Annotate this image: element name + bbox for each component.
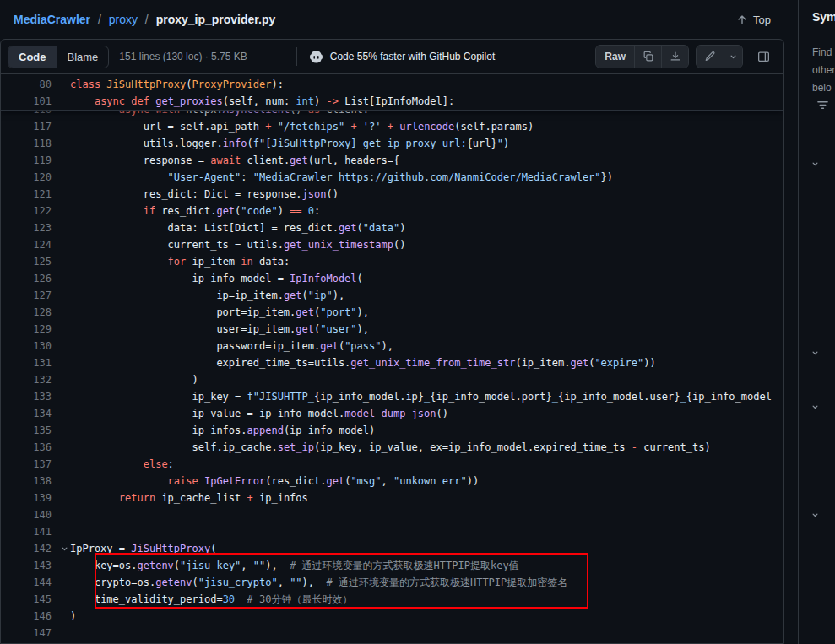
line-number[interactable]: 146 xyxy=(1,608,58,625)
line-number[interactable]: 132 xyxy=(1,371,58,388)
fold-gutter xyxy=(58,608,70,625)
copy-icon xyxy=(643,51,654,62)
line-number[interactable]: 133 xyxy=(1,388,58,405)
symbols-description-line: Find xyxy=(812,44,835,62)
edit-button[interactable] xyxy=(697,46,724,68)
chevron-down-icon[interactable] xyxy=(811,400,821,410)
fold-gutter xyxy=(58,405,70,422)
code-line: 134 ip_value = ip_info_model.model_dump_… xyxy=(1,405,783,422)
fold-gutter xyxy=(58,236,70,253)
tab-code[interactable]: Code xyxy=(8,46,57,68)
code-line: 120 "User-Agent": "MediaCrawler https://… xyxy=(1,169,783,186)
back-to-top-button[interactable]: Top xyxy=(736,14,771,26)
fold-gutter xyxy=(58,506,70,523)
line-number[interactable]: 144 xyxy=(1,574,58,591)
code-text: password=ip_item.get("pass"), xyxy=(70,338,783,354)
code-text: for ip_item in data: xyxy=(70,253,783,270)
line-number[interactable]: 140 xyxy=(1,506,58,523)
line-number[interactable]: 138 xyxy=(1,473,58,490)
code-line: 137 else: xyxy=(1,456,783,473)
line-number[interactable]: 121 xyxy=(1,186,58,203)
tab-blame[interactable]: Blame xyxy=(57,46,109,68)
line-number[interactable]: 135 xyxy=(1,422,58,439)
code-text: raise IpGetError(res_dict.get("msg", "un… xyxy=(70,473,783,490)
line-number[interactable]: 123 xyxy=(1,219,58,236)
code-text: time_validity_period=30 # 30分钟（最长时效） xyxy=(70,591,783,608)
line-number[interactable]: 117 xyxy=(1,118,58,135)
code-text: IpProxy = JiSuHttpProxy( xyxy=(70,540,783,557)
raw-button[interactable]: Raw xyxy=(596,46,634,68)
line-number[interactable]: 130 xyxy=(1,338,58,354)
code-line: 130 password=ip_item.get("pass"), xyxy=(1,338,783,354)
line-number[interactable]: 137 xyxy=(1,456,58,473)
line-number[interactable]: 142 xyxy=(1,540,58,557)
breadcrumb-file-name: proxy_ip_provider.py xyxy=(156,13,276,26)
line-number[interactable]: 147 xyxy=(1,625,58,641)
code-text: ip_value = ip_info_model.model_dump_json… xyxy=(70,405,783,422)
line-number[interactable]: 136 xyxy=(1,439,58,456)
line-number[interactable]: 129 xyxy=(1,321,58,338)
line-number[interactable]: 126 xyxy=(1,270,58,287)
code-content: 116 async with httpx.AsyncClient() as cl… xyxy=(1,74,783,641)
line-number[interactable]: 120 xyxy=(1,169,58,186)
chevron-down-icon[interactable] xyxy=(811,157,821,167)
code-panel: Code Blame 151 lines (130 loc) · 5.75 KB… xyxy=(0,39,784,644)
file-meta: 151 lines (130 loc) · 5.75 KB xyxy=(119,51,247,62)
code-line: 128 port=ip_item.get("port"), xyxy=(1,304,783,321)
fold-gutter xyxy=(58,422,70,439)
code-area: 116 async with httpx.AsyncClient() as cl… xyxy=(1,74,783,643)
line-number[interactable]: 101 xyxy=(1,93,58,110)
line-number[interactable]: 122 xyxy=(1,203,58,219)
line-number[interactable]: 127 xyxy=(1,287,58,304)
line-number[interactable]: 131 xyxy=(1,354,58,371)
code-text: url = self.api_path + "/fetchips" + '?' … xyxy=(70,118,783,135)
code-line: 147 xyxy=(1,625,783,641)
line-number[interactable]: 139 xyxy=(1,490,58,506)
filter-icon xyxy=(816,99,829,111)
fold-toggle-icon[interactable] xyxy=(58,540,70,557)
code-line: 145 time_validity_period=30 # 30分钟（最长时效） xyxy=(1,591,783,608)
code-text: ip_infos.append(ip_info_model) xyxy=(70,422,783,439)
code-text: ) xyxy=(70,608,783,625)
code-line: 131 expired_time_ts=utils.get_unix_time_… xyxy=(1,354,783,371)
code-line: 121 res_dict: Dict = response.json() xyxy=(1,186,783,203)
fold-gutter xyxy=(58,219,70,236)
fold-gutter xyxy=(58,439,70,456)
line-number[interactable]: 145 xyxy=(1,591,58,608)
chevron-down-icon[interactable] xyxy=(811,508,821,518)
fold-gutter xyxy=(58,354,70,371)
fold-gutter xyxy=(58,371,70,388)
breadcrumb-dir-link[interactable]: proxy xyxy=(109,13,138,26)
copy-button[interactable] xyxy=(634,46,661,68)
code-text: user=ip_item.get("user"), xyxy=(70,321,783,338)
code-text: current_ts = utils.get_unix_timestamp() xyxy=(70,236,783,253)
code-line: 101 async def get_proxies(self, num: int… xyxy=(1,93,783,110)
breadcrumb-repo-link[interactable]: MediaCrawler xyxy=(14,13,90,26)
fold-gutter xyxy=(58,169,70,186)
breadcrumb-separator: / xyxy=(98,13,101,26)
symbols-panel-toggle-button[interactable] xyxy=(750,46,777,68)
line-number[interactable]: 124 xyxy=(1,236,58,253)
code-line: 124 current_ts = utils.get_unix_timestam… xyxy=(1,236,783,253)
code-line: 129 user=ip_item.get("user"), xyxy=(1,321,783,338)
line-number[interactable]: 125 xyxy=(1,253,58,270)
sticky-lines: 80class JiSuHttpProxy(ProxyProvider):101… xyxy=(1,74,783,111)
main-column: MediaCrawler / proxy / proxy_ip_provider… xyxy=(0,0,784,644)
line-number[interactable]: 143 xyxy=(1,557,58,574)
code-text: key=os.getenv("jisu_key", ""), # 通过环境变量的… xyxy=(70,557,783,574)
line-number[interactable]: 134 xyxy=(1,405,58,422)
line-number[interactable]: 119 xyxy=(1,152,58,169)
code-text xyxy=(70,625,783,641)
edit-dropdown-button[interactable] xyxy=(724,46,742,68)
line-number[interactable]: 128 xyxy=(1,304,58,321)
code-text xyxy=(70,523,783,540)
line-number[interactable]: 80 xyxy=(1,76,58,93)
code-line: 80class JiSuHttpProxy(ProxyProvider): xyxy=(1,76,783,93)
code-line: 132 ) xyxy=(1,371,783,388)
line-number[interactable]: 141 xyxy=(1,523,58,540)
filter-button[interactable] xyxy=(816,99,829,114)
download-button[interactable] xyxy=(661,46,688,68)
line-number[interactable]: 118 xyxy=(1,135,58,152)
code-line: 136 self.ip_cache.set_ip(ip_key, ip_valu… xyxy=(1,439,783,456)
chevron-down-icon[interactable] xyxy=(811,346,821,356)
